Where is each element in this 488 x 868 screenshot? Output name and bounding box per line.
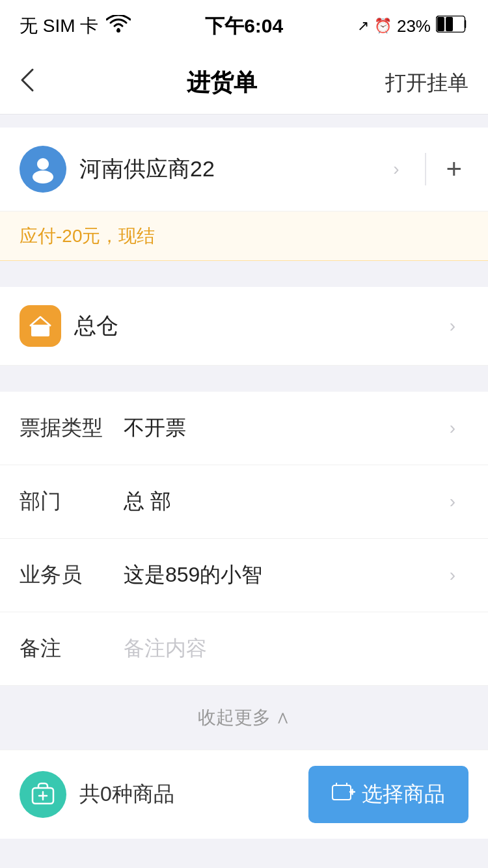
warehouse-icon [20, 305, 61, 347]
invoice-type-row[interactable]: 票据类型 不开票 › [0, 392, 488, 465]
remark-input[interactable]: 备注内容 [111, 634, 468, 663]
select-product-label: 选择商品 [362, 780, 445, 809]
bottom-bar: 共0种商品 选择商品 [0, 750, 488, 839]
section-divider-2 [0, 261, 488, 274]
open-pending-button[interactable]: 打开挂单 [385, 69, 468, 98]
supplier-row[interactable]: 河南供应商22 › + [0, 128, 488, 211]
supplier-card: 河南供应商22 › + 应付-20元，现结 [0, 128, 488, 261]
svg-rect-6 [31, 325, 49, 336]
department-value: 总 部 [111, 487, 450, 516]
carrier-label: 无 SIM 卡 [20, 14, 98, 38]
svg-rect-2 [437, 17, 444, 31]
warning-banner: 应付-20元，现结 [0, 211, 488, 261]
salesman-row[interactable]: 业务员 这是859的小智 › [0, 539, 488, 612]
salesman-label: 业务员 [20, 561, 111, 590]
form-section: 票据类型 不开票 › 部门 总 部 › 业务员 这是859的小智 › 备注 备注… [0, 392, 488, 686]
invoice-chevron-icon: › [450, 418, 455, 439]
back-button[interactable] [20, 67, 59, 99]
battery-label: 23% [397, 16, 431, 36]
department-row[interactable]: 部门 总 部 › [0, 465, 488, 539]
warehouse-name: 总仓 [74, 311, 450, 341]
salesman-value: 这是859的小智 [111, 561, 450, 590]
battery-icon [436, 16, 468, 37]
wifi-icon [106, 15, 131, 38]
supplier-name: 河南供应商22 [79, 154, 393, 184]
svg-rect-10 [332, 785, 351, 800]
nav-bar: 进货单 打开挂单 [0, 52, 488, 115]
separator [425, 153, 426, 185]
status-time: 下午6:04 [205, 13, 283, 40]
invoice-value: 不开票 [111, 414, 450, 442]
svg-rect-3 [446, 17, 453, 31]
invoice-label: 票据类型 [20, 414, 111, 442]
product-icon [20, 771, 66, 818]
section-divider-1 [0, 115, 488, 128]
svg-point-4 [37, 158, 49, 170]
product-count-label: 共0种商品 [79, 780, 308, 809]
add-supplier-button[interactable]: + [439, 154, 468, 185]
alarm-icon: ⏰ [374, 18, 392, 34]
svg-point-0 [116, 29, 120, 33]
remark-row[interactable]: 备注 备注内容 [0, 612, 488, 686]
select-product-button[interactable]: 选择商品 [308, 766, 468, 823]
supplier-chevron-icon: › [393, 159, 399, 180]
collapse-button[interactable]: 收起更多 ∧ [0, 686, 488, 750]
status-bar: 无 SIM 卡 下午6:04 ↗ ⏰ 23% [0, 0, 488, 52]
svg-point-5 [33, 170, 53, 183]
warehouse-chevron-icon: › [450, 316, 455, 336]
collapse-label: 收起更多 ∧ [198, 705, 291, 730]
grey-background [0, 839, 488, 868]
supplier-avatar [20, 146, 66, 193]
department-label: 部门 [20, 487, 111, 516]
warehouse-row[interactable]: 总仓 › [0, 287, 488, 366]
warehouse-card: 总仓 › [0, 287, 488, 366]
location-icon: ↗ [357, 18, 369, 34]
status-left: 无 SIM 卡 [20, 14, 131, 38]
department-chevron-icon: › [450, 491, 455, 512]
warning-text: 应付-20元，现结 [20, 226, 155, 246]
page-title: 进货单 [187, 67, 257, 99]
select-product-icon [332, 783, 355, 807]
status-right: ↗ ⏰ 23% [357, 16, 468, 37]
salesman-chevron-icon: › [450, 565, 455, 586]
remark-label: 备注 [20, 634, 111, 663]
section-divider-3 [0, 366, 488, 379]
